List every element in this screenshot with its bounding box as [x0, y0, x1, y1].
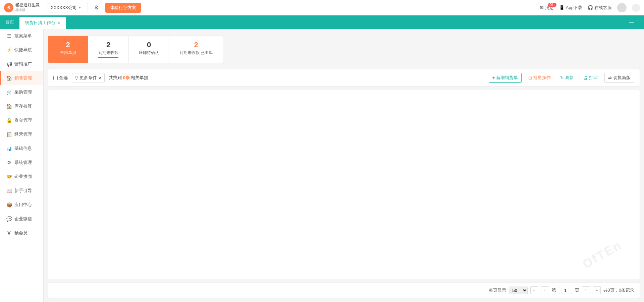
sidebar-item-finance[interactable]: 🔒 资金管理: [0, 113, 43, 127]
tab-minimize-button[interactable]: —: [629, 19, 634, 25]
sidebar-item-basic-info[interactable]: 📊 基础信息: [0, 141, 43, 156]
prev-page-button[interactable]: ‹: [541, 286, 549, 294]
company-dropdown-arrow: ▼: [78, 6, 82, 9]
sidebar-item-guide[interactable]: 📖 新手引导: [0, 184, 43, 198]
sidebar-item-inventory[interactable]: 🏠 库存核算: [0, 99, 43, 113]
marketing-icon: 📢: [6, 61, 12, 67]
tab-workbench-label: 钱货日清工作台: [25, 20, 55, 26]
tab-maximize-button[interactable]: ⛶: [637, 19, 641, 25]
online-service-button[interactable]: 🎧 在线客服: [588, 5, 612, 11]
switch-version-button[interactable]: ⇄ 切换新版: [604, 73, 634, 83]
settings-button[interactable]: ⚙: [92, 3, 101, 12]
refresh-button[interactable]: ↻ 刷新: [557, 73, 577, 82]
header-actions: ⚙ 体验行业方案: [92, 3, 141, 13]
sidebar-inventory-label: 库存核算: [14, 103, 32, 109]
last-page-button[interactable]: »: [593, 286, 601, 294]
sidebar-basic-info-label: 基础信息: [14, 145, 32, 152]
sidebar-item-app-center[interactable]: 📦 应用中心: [0, 198, 43, 212]
tab-close-icon[interactable]: ✕: [57, 21, 60, 25]
per-page-label: 每页显示: [489, 287, 506, 293]
batch-icon: ⊞: [528, 75, 532, 80]
sidebar-search-menu-label: 搜索菜单: [14, 33, 32, 39]
logo-area: 6 畅捷通好生意 标准版: [4, 3, 48, 13]
page-label: 第: [552, 287, 556, 293]
filter-dropdown-icon: ∨: [98, 75, 102, 80]
table-area: [48, 90, 640, 279]
card-overdue-underline: [98, 57, 118, 58]
tab-home-label: 首页: [5, 19, 14, 25]
sidebar-item-enterprise[interactable]: 🤝 企业协同: [0, 170, 43, 184]
sidebar-guide-label: 新手引导: [14, 188, 32, 194]
basic-info-icon: 📊: [6, 146, 12, 151]
toolbar-right: + 新增销货单 ⊞ 批量操作 ↻ 刷新 🖨 打印 ⇄ 切换新版: [489, 73, 634, 83]
card-shipped-label: 到期未收款 已出库: [179, 50, 213, 56]
page-input[interactable]: [559, 287, 572, 294]
sidebar-item-system[interactable]: ⚙ 系统管理: [0, 156, 43, 170]
sidebar-marketing-label: 营销推广: [14, 61, 32, 67]
refresh-label: 刷新: [565, 75, 574, 81]
service-icon: 🎧: [588, 5, 593, 10]
print-label: 打印: [589, 75, 598, 81]
app-download-label: App下载: [566, 5, 582, 11]
sidebar-item-member[interactable]: V 畅会员: [0, 226, 43, 240]
filter-button[interactable]: ▽ 更多条件 ∨: [72, 73, 105, 82]
sidebar-item-sales[interactable]: 🏠 销售管理: [0, 71, 43, 85]
finance-icon: 🔒: [6, 118, 12, 123]
sidebar-item-quick-nav[interactable]: ⚡ 快捷导航: [0, 43, 43, 57]
card-pending[interactable]: 0 旺辅待确认: [129, 36, 169, 63]
app-tag: 标准版: [15, 8, 40, 12]
sidebar-purchase-label: 采购管理: [14, 89, 32, 95]
messages-badge: 99+: [548, 3, 556, 7]
company-selector[interactable]: XXXXXX公司 ▼: [48, 3, 88, 12]
member-icon: V: [6, 230, 12, 236]
sidebar-quick-nav-label: 快捷导航: [14, 47, 32, 53]
next-page-button[interactable]: ›: [582, 286, 590, 294]
header-right: ✉ 消息 99+ 📱 App下载 🎧 在线客服: [540, 3, 640, 12]
sidebar-finance-label: 资金管理: [14, 117, 32, 123]
sidebar-item-marketing[interactable]: 📢 营销推广: [0, 57, 43, 71]
select-all-input[interactable]: [53, 76, 58, 80]
user-name-area[interactable]: [632, 4, 640, 12]
sidebar-item-operations[interactable]: 📋 经营管理: [0, 127, 43, 141]
select-all-checkbox[interactable]: 全选: [53, 75, 68, 81]
sidebar-item-purchase[interactable]: 🛒 采购管理: [0, 85, 43, 99]
sales-icon: 🏠: [6, 75, 12, 81]
download-icon: 📱: [559, 5, 565, 10]
print-button[interactable]: 🖨 打印: [581, 73, 600, 82]
app-download-button[interactable]: 📱 App下载: [559, 5, 582, 11]
new-order-button[interactable]: + 新增销货单: [489, 73, 522, 83]
messages-button[interactable]: ✉ 消息 99+: [540, 5, 554, 11]
print-icon: 🖨: [583, 75, 588, 80]
inventory-icon: 🏠: [6, 104, 12, 109]
card-all[interactable]: 2 全部单据: [48, 36, 88, 63]
nav-tabs: 首页 钱货日清工作台 ✕ — ⛶: [0, 15, 644, 29]
card-pending-label: 旺辅待确认: [139, 50, 159, 56]
logo-text-group: 畅捷通好生意 标准版: [15, 3, 40, 13]
card-overdue[interactable]: 2 到期未收款: [88, 36, 129, 63]
found-suffix: 相关单据: [131, 75, 148, 80]
tab-home[interactable]: 首页: [0, 15, 19, 29]
first-page-button[interactable]: «: [530, 286, 538, 294]
tab-workbench[interactable]: 钱货日清工作台 ✕: [19, 17, 66, 29]
sidebar-operations-label: 经营管理: [14, 131, 32, 137]
card-all-label: 全部单据: [58, 50, 78, 56]
try-solution-button[interactable]: 体验行业方案: [105, 3, 141, 13]
system-icon: ⚙: [6, 160, 12, 165]
top-header: 6 畅捷通好生意 标准版 XXXXXX公司 ▼ ⚙ 体验行业方案 ✉ 消息 99…: [0, 0, 644, 15]
batch-ops-button[interactable]: ⊞ 批量操作: [526, 73, 553, 82]
card-shipped-number: 2: [179, 41, 213, 49]
main-layout: ☰ 搜索菜单 ⚡ 快捷导航 📢 营销推广 🏠 销售管理 🛒 采购管理 🏠 库存核…: [0, 29, 644, 302]
summary-section: 2 全部单据 2 到期未收款 0 旺辅待确认 2 到期未收款 已出库: [48, 33, 640, 66]
user-avatar[interactable]: [617, 3, 627, 12]
sidebar-item-wechat[interactable]: 💬 企业微信: [0, 212, 43, 226]
refresh-icon: ↻: [560, 75, 564, 80]
sidebar-system-label: 系统管理: [14, 160, 32, 166]
filter-icon: ▽: [75, 75, 78, 80]
app-name: 畅捷通好生意: [15, 3, 40, 8]
sidebar-item-search-menu[interactable]: ☰ 搜索菜单: [0, 29, 43, 43]
per-page-select[interactable]: 50 100 200: [509, 287, 528, 294]
card-pending-number: 0: [139, 41, 159, 49]
sidebar-enterprise-label: 企业协同: [14, 174, 32, 180]
switch-label: 切换新版: [613, 75, 631, 81]
card-shipped[interactable]: 2 到期未收款 已出库: [169, 36, 223, 63]
